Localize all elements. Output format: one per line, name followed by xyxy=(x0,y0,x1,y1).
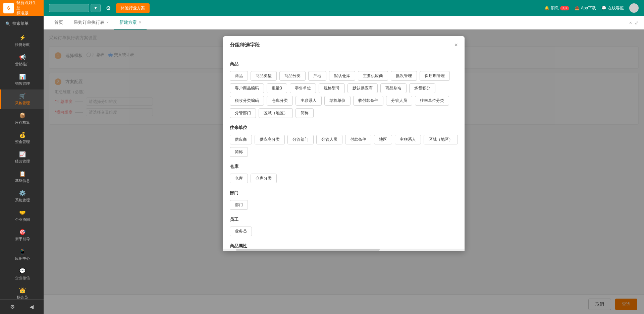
sidebar-item-basic[interactable]: 📋 基础信息 xyxy=(0,167,44,187)
field-tag-主要供应商[interactable]: 主要供应商 xyxy=(358,71,388,81)
goods-field-tags: 商品商品类型商品分类产地默认仓库主要供应商批次管理保质期管理客户商品编码重量3零… xyxy=(230,71,458,118)
main-area: ▼ ⚙ 体验行业方案 🔔 消息 99+ 📥 App下载 💬 在线客服 xyxy=(44,0,644,314)
sidebar-item-operation[interactable]: 📈 经营管理 xyxy=(0,148,44,167)
cooperation-icon: 🤝 xyxy=(19,209,26,216)
field-tag-分管人员[interactable]: 分管人员 xyxy=(316,135,342,144)
message-badge: 99+ xyxy=(560,6,569,10)
field-tag-付款条件[interactable]: 付款条件 xyxy=(345,135,371,144)
tab-purchase-order[interactable]: 采购订单执行表 × xyxy=(68,16,114,29)
sidebar-item-marketing[interactable]: 📢 营销推广 xyxy=(0,51,44,70)
app-download-button[interactable]: 📥 App下载 xyxy=(575,5,596,11)
sidebar-nav: ⚡ 快捷导航 📢 营销推广 📊 销售管理 🛒 采购管理 📦 库存核算 💰 xyxy=(0,31,44,299)
field-tag-默认仓库[interactable]: 默认仓库 xyxy=(329,71,355,81)
field-tag-区域（地区）[interactable]: 区域（地区） xyxy=(259,108,293,118)
trial-button[interactable]: 体验行业方案 xyxy=(116,3,150,13)
field-tag-商品别名[interactable]: 商品别名 xyxy=(380,83,407,93)
user-avatar[interactable] xyxy=(629,3,639,13)
topbar-search-input[interactable] xyxy=(49,4,89,12)
goods-attr-section: 商品属性 属性颜色多规格尺码鞋码1 xyxy=(230,243,458,249)
field-tag-业务员[interactable]: 业务员 xyxy=(230,227,252,236)
sidebar-item-guide[interactable]: 🎯 新手引导 xyxy=(0,226,44,245)
field-tag-炼货积分[interactable]: 炼货积分 xyxy=(409,83,435,93)
collapse-button[interactable]: ◀ xyxy=(28,302,35,311)
field-tag-区域（地区）[interactable]: 区域（地区） xyxy=(424,135,458,144)
search-menu-button[interactable]: 🔍 搜索菜单 xyxy=(3,19,40,28)
field-tag-商品[interactable]: 商品 xyxy=(230,71,248,81)
field-tag-往来单位分类[interactable]: 往来单位分类 xyxy=(415,96,449,106)
partner-section: 往来单位 供应商供应商分类分管部门分管人员付款条件地区主联系人区域（地区）简称 xyxy=(230,125,458,157)
field-tag-保质期管理[interactable]: 保质期管理 xyxy=(420,71,450,81)
field-tag-商品分类[interactable]: 商品分类 xyxy=(279,71,306,81)
tab-home[interactable]: 首页 xyxy=(49,16,68,29)
field-tag-产地[interactable]: 产地 xyxy=(308,71,326,81)
tabs-close-all-button[interactable]: × xyxy=(629,20,632,25)
sidebar: 6 畅捷通好生意 标准版 🔍 搜索菜单 ⚡ 快捷导航 📢 营销推广 📊 xyxy=(0,0,44,314)
employee-field-tags: 业务员 xyxy=(230,227,458,236)
goods-attr-section-title: 商品属性 xyxy=(230,243,458,249)
online-service-button[interactable]: 💬 在线客服 xyxy=(601,5,624,11)
field-tag-税收分类编码[interactable]: 税收分类编码 xyxy=(230,96,264,106)
quick-nav-icon: ⚡ xyxy=(19,35,26,41)
field-tag-仓库分类[interactable]: 仓库分类 xyxy=(251,174,277,183)
field-tag-结算单位[interactable]: 结算单位 xyxy=(324,96,351,106)
sidebar-bottom: ⚙ ◀ xyxy=(0,299,44,314)
field-tag-分管部门[interactable]: 分管部门 xyxy=(230,108,256,118)
modal-close-button[interactable]: × xyxy=(454,42,458,49)
field-tag-分管部门[interactable]: 分管部门 xyxy=(287,135,314,144)
sidebar-item-member[interactable]: 👑 畅会员 xyxy=(0,284,44,299)
field-tag-批次管理[interactable]: 批次管理 xyxy=(391,71,417,81)
partner-field-tags: 供应商供应商分类分管部门分管人员付款条件地区主联系人区域（地区）简称 xyxy=(230,135,458,157)
logo-text: 畅捷通好生意 标准版 xyxy=(16,0,40,16)
modal-horizontal-scrollbar[interactable] xyxy=(223,249,465,251)
sidebar-item-purchase[interactable]: 🛒 采购管理 xyxy=(0,89,44,109)
topbar: ▼ ⚙ 体验行业方案 🔔 消息 99+ 📥 App下载 💬 在线客服 xyxy=(44,0,644,16)
download-icon: 📥 xyxy=(575,6,580,10)
topbar-input-group: ▼ xyxy=(49,4,101,12)
topbar-select-button[interactable]: ▼ xyxy=(91,4,101,12)
sidebar-item-sales[interactable]: 📊 销售管理 xyxy=(0,70,44,89)
field-tag-分管人员[interactable]: 分管人员 xyxy=(386,96,412,106)
modal-body[interactable]: 商品 商品商品类型商品分类产地默认仓库主要供应商批次管理保质期管理客户商品编码重… xyxy=(223,54,465,249)
sidebar-search-area[interactable]: 🔍 搜索菜单 xyxy=(0,16,44,31)
inventory-icon: 📦 xyxy=(19,112,26,119)
tab-purchase-close-icon[interactable]: × xyxy=(106,20,109,25)
tabs-expand-button[interactable]: ⤢ xyxy=(635,20,639,25)
message-button[interactable]: 🔔 消息 99+ xyxy=(544,5,569,11)
modal-header: 分组待选字段 × xyxy=(223,36,465,54)
field-tag-商品类型[interactable]: 商品类型 xyxy=(251,71,277,81)
sidebar-item-app-center[interactable]: 📱 应用中心 xyxy=(0,245,44,264)
tab-new-scheme[interactable]: 新建方案 × xyxy=(114,16,147,29)
field-tag-地区[interactable]: 地区 xyxy=(374,135,392,144)
field-tag-规格型号[interactable]: 规格型号 xyxy=(319,83,345,93)
sidebar-item-cooperation[interactable]: 🤝 企业协同 xyxy=(0,206,44,226)
sidebar-item-system[interactable]: ⚙️ 系统管理 xyxy=(0,187,44,206)
sidebar-item-inventory[interactable]: 📦 库存核算 xyxy=(0,109,44,128)
field-tag-零售单位[interactable]: 零售单位 xyxy=(290,83,316,93)
sidebar-item-finance[interactable]: 💰 资金管理 xyxy=(0,128,44,148)
settings-button[interactable]: ⚙ xyxy=(9,302,16,311)
tab-new-scheme-close-icon[interactable]: × xyxy=(139,20,141,25)
field-tag-简称[interactable]: 简称 xyxy=(230,147,248,157)
finance-icon: 💰 xyxy=(19,132,26,138)
field-tag-仓库分类[interactable]: 仓库分类 xyxy=(267,96,293,106)
field-tag-主联系人[interactable]: 主联系人 xyxy=(296,96,322,106)
field-tag-供应商[interactable]: 供应商 xyxy=(230,135,252,144)
field-tag-客户商品编码[interactable]: 客户商品编码 xyxy=(230,83,264,93)
marketing-icon: 📢 xyxy=(19,54,26,60)
field-tag-供应商分类[interactable]: 供应商分类 xyxy=(255,135,285,144)
message-icon: 🔔 xyxy=(544,6,549,10)
topbar-right: 🔔 消息 99+ 📥 App下载 💬 在线客服 xyxy=(544,3,639,13)
modal-scrollbar-thumb xyxy=(236,249,380,251)
topbar-gear-button[interactable]: ⚙ xyxy=(105,4,112,13)
tabs-bar: 首页 采购订单执行表 × 新建方案 × × ⤢ xyxy=(44,16,644,29)
goods-section-title: 商品 xyxy=(230,61,458,67)
sidebar-item-wechat[interactable]: 💬 企业微信 xyxy=(0,264,44,284)
field-tag-主联系人[interactable]: 主联系人 xyxy=(395,135,421,144)
field-tag-仓库[interactable]: 仓库 xyxy=(230,174,248,183)
field-tag-默认供应商[interactable]: 默认供应商 xyxy=(347,83,378,93)
field-tag-重量3[interactable]: 重量3 xyxy=(267,83,287,93)
field-tag-简称[interactable]: 简称 xyxy=(296,108,314,118)
field-tag-收付款条件[interactable]: 收付款条件 xyxy=(353,96,383,106)
field-tag-部门[interactable]: 部门 xyxy=(230,200,248,210)
sidebar-item-quick-nav[interactable]: ⚡ 快捷导航 xyxy=(0,31,44,51)
